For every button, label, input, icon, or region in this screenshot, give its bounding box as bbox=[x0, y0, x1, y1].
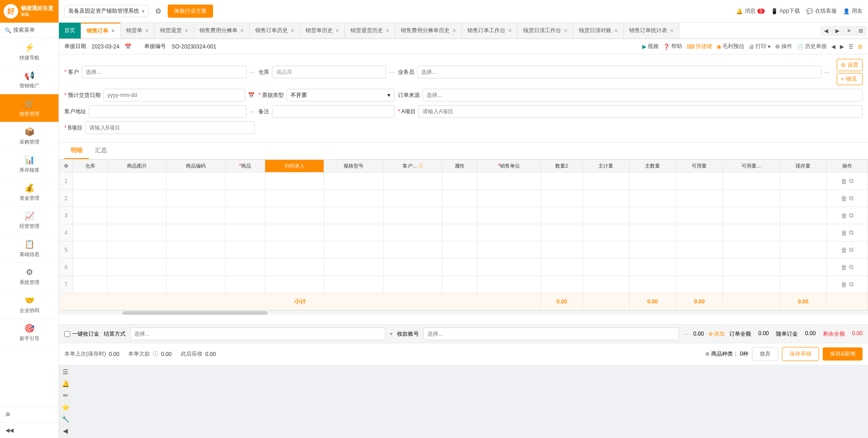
tab-close-icon[interactable]: ✕ bbox=[145, 28, 149, 33]
sidebar-item-basic-info[interactable]: 📋 基础信息 bbox=[0, 235, 58, 263]
sidebar-item-finance[interactable]: 💰 资金管理 bbox=[0, 178, 58, 207]
add-btn[interactable]: ⊕ 添加 bbox=[708, 330, 725, 338]
tab-close-icon[interactable]: ✕ bbox=[564, 28, 567, 33]
tab-sales-order-history[interactable]: 销售订单历史 ✕ bbox=[250, 23, 300, 39]
remark-input[interactable] bbox=[272, 105, 394, 118]
payment-method-input[interactable] bbox=[130, 327, 385, 340]
tab-sales-return[interactable]: 销货退货 ✕ bbox=[155, 23, 194, 39]
tab-close-icon[interactable]: ✕ bbox=[614, 28, 618, 33]
row-copy-btn[interactable]: ⧉ bbox=[849, 212, 853, 219]
app-download-btn[interactable]: 📱 App下载 bbox=[771, 7, 800, 15]
sidebar-item-search[interactable]: 🔍 搜索菜单 bbox=[0, 23, 58, 38]
staff-more-btn[interactable]: ··· bbox=[824, 68, 829, 76]
tab-cash-reconcile[interactable]: 钱货日清对账 ✕ bbox=[573, 23, 624, 39]
nav-prev-btn[interactable]: ◀ bbox=[831, 43, 835, 50]
sidebar-item-purchase[interactable]: 📦 采购管理 bbox=[0, 122, 58, 150]
panel-icon-1[interactable]: ☰ bbox=[60, 366, 71, 377]
one-click-checkbox[interactable] bbox=[64, 331, 70, 337]
user-avatar[interactable]: 👤 用友 bbox=[843, 7, 863, 15]
tab-home[interactable]: 首页 bbox=[59, 23, 81, 39]
operation-btn[interactable]: ⚙ 操作 bbox=[775, 43, 792, 50]
tab-close-icon[interactable]: ✕ bbox=[508, 28, 512, 33]
sidebar-item-sales[interactable]: 🛒 销售管理 bbox=[0, 94, 58, 122]
row-delete-btn[interactable]: 🗑 bbox=[841, 178, 847, 185]
tab-close-icon[interactable]: ✕ bbox=[452, 28, 456, 33]
help-btn[interactable]: ❓ 帮助 bbox=[663, 43, 682, 50]
row-delete-btn[interactable]: 🗑 bbox=[841, 246, 847, 254]
shortcut-btn[interactable]: ⌨ 快捷键 bbox=[687, 43, 712, 50]
sidebar-item-inventory[interactable]: 📊 库存核算 bbox=[0, 150, 58, 178]
save-new-button[interactable]: 保存&新增 bbox=[823, 347, 863, 361]
panel-icon-5[interactable]: 🔧 bbox=[60, 414, 71, 424]
profit-btn[interactable]: ◉ 毛利预估 bbox=[717, 43, 744, 50]
notice-btn[interactable]: 🔔 消息 9 bbox=[736, 7, 765, 15]
panel-collapse-btn[interactable]: ◀ bbox=[60, 425, 71, 436]
row-copy-btn[interactable]: ⧉ bbox=[849, 280, 853, 288]
product-count-icon[interactable]: ⊙ bbox=[705, 351, 710, 357]
tab-summary[interactable]: 汇总 bbox=[89, 143, 113, 159]
account-input[interactable] bbox=[423, 327, 679, 340]
sidebar-collapse-btn[interactable]: ◀◀ bbox=[0, 422, 58, 438]
tab-invoice-history[interactable]: 销货单历史 ✕ bbox=[300, 23, 345, 39]
tab-close-icon[interactable]: ✕ bbox=[670, 28, 674, 33]
one-click-order-check[interactable]: 一键收订金 bbox=[64, 330, 99, 338]
account-more-btn[interactable]: ··· bbox=[684, 330, 689, 337]
tab-detail[interactable]: 明细 bbox=[64, 143, 89, 159]
nav-next-btn[interactable]: ▶ bbox=[840, 43, 844, 50]
sidebar-item-system[interactable]: ⚙ 系统管理 bbox=[0, 263, 58, 291]
row-copy-btn[interactable]: ⧉ bbox=[849, 246, 853, 254]
tab-close-icon[interactable]: ✕ bbox=[291, 28, 294, 33]
list-view-btn[interactable]: ☰ bbox=[849, 43, 853, 50]
panel-icon-4[interactable]: ⭐ bbox=[60, 402, 71, 413]
row-delete-btn[interactable]: 🗑 bbox=[841, 212, 847, 219]
expand-btn[interactable]: ⊞ bbox=[858, 43, 863, 50]
tab-workbench[interactable]: 销售订单工作台 ✕ bbox=[462, 23, 518, 39]
sidebar-settings-btn[interactable]: ⚙ bbox=[0, 406, 58, 422]
tab-sales-order[interactable]: 销售订单 ✕ bbox=[81, 23, 121, 39]
payment-dropdown-icon[interactable]: ▾ bbox=[390, 331, 393, 337]
row-copy-btn[interactable]: ⧉ bbox=[849, 263, 853, 271]
sidebar-item-guide[interactable]: 🎯 新手引导 bbox=[0, 319, 58, 347]
invoice-select[interactable]: 不开票 ▾ bbox=[286, 89, 394, 101]
print-dropdown-icon[interactable]: ▾ bbox=[768, 43, 771, 50]
horizontal-scrollbar[interactable] bbox=[59, 310, 868, 315]
print-btn[interactable]: 🖨 打印 ▾ bbox=[749, 43, 771, 50]
tab-close-icon[interactable]: ✕ bbox=[335, 28, 339, 33]
customer-addr-input[interactable] bbox=[89, 105, 247, 118]
row-copy-btn[interactable]: ⧉ bbox=[849, 194, 853, 202]
date-calendar-icon[interactable]: 📅 bbox=[248, 92, 255, 98]
row-delete-btn[interactable]: 🗑 bbox=[841, 281, 847, 288]
tab-stats[interactable]: 销售订单统计表 ✕ bbox=[624, 23, 679, 39]
order-source-input[interactable] bbox=[422, 89, 863, 101]
tab-cash-workbench[interactable]: 钱货日清工作台 ✕ bbox=[518, 23, 573, 39]
tab-cost-history[interactable]: 销售费用分摊单历史 ✕ bbox=[395, 23, 462, 39]
th-scan[interactable]: 扫码录入 bbox=[265, 160, 324, 173]
tab-close-icon[interactable]: ✕ bbox=[184, 28, 188, 33]
addr-more-btn[interactable]: ··· bbox=[249, 108, 255, 115]
tab-sales-cost[interactable]: 销售费用分摊单 ✕ bbox=[194, 23, 250, 39]
abandon-button[interactable]: 放弃 bbox=[752, 347, 778, 361]
staff-input[interactable] bbox=[417, 66, 821, 78]
panel-icon-3[interactable]: ✏ bbox=[60, 390, 71, 401]
warehouse-input[interactable] bbox=[272, 66, 386, 78]
customer-input[interactable] bbox=[82, 66, 247, 78]
delivery-input[interactable] bbox=[103, 89, 245, 101]
sidebar-item-collab[interactable]: 🤝 企业协同 bbox=[0, 291, 58, 319]
row-copy-btn[interactable]: ⧉ bbox=[849, 177, 853, 185]
warehouse-more-btn[interactable]: ··· bbox=[389, 68, 394, 76]
industry-solution-button[interactable]: 体验行业方案 bbox=[168, 5, 213, 18]
row-delete-btn[interactable]: 🗑 bbox=[841, 195, 847, 202]
settings-button[interactable]: ⚙ 放弃 设置 bbox=[837, 59, 863, 71]
tab-close-icon[interactable]: ✕ bbox=[111, 29, 115, 34]
tab-close-icon[interactable]: ✕ bbox=[386, 28, 389, 33]
tab-expand-btn[interactable]: ⊞ bbox=[855, 26, 866, 35]
system-name[interactable]: 装备及固定资产辅助管理系统 ▾ bbox=[64, 5, 149, 17]
row-copy-btn[interactable]: ⧉ bbox=[849, 229, 853, 236]
add-product-button[interactable]: + 物流 bbox=[837, 73, 863, 85]
tab-return-history[interactable]: 销货退货历史 ✕ bbox=[345, 23, 395, 39]
history-btn[interactable]: 📄 历史单据 bbox=[797, 43, 827, 50]
row-delete-btn[interactable]: 🗑 bbox=[841, 229, 847, 236]
calendar-icon[interactable]: 📅 bbox=[125, 43, 131, 50]
online-service-btn[interactable]: 💬 在线客服 bbox=[806, 7, 837, 15]
panel-icon-2[interactable]: 🔔 bbox=[60, 378, 71, 389]
